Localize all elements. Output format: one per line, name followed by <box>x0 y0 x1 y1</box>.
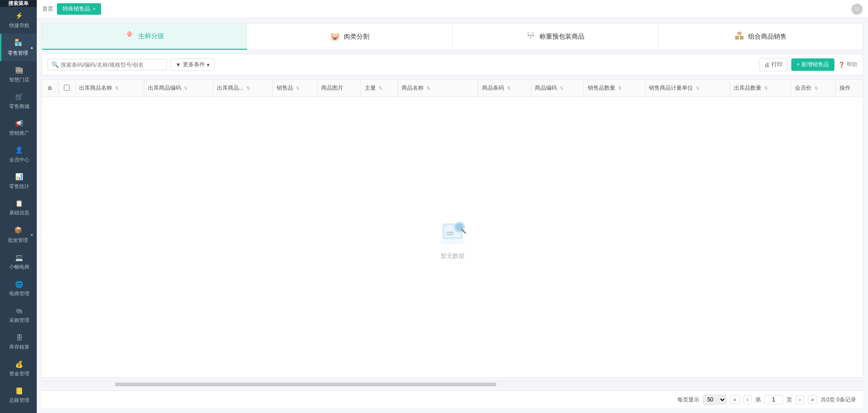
next-page-button[interactable]: › <box>796 395 804 404</box>
th-out-code-label: 出库商品编码 <box>148 84 181 92</box>
th-product-code[interactable]: 商品编码 ⇅ <box>531 80 584 97</box>
sidebar-label-member-center: 会员中心 <box>9 156 29 163</box>
sidebar-item-inventory[interactable]: 🗄 库存核算 <box>0 329 37 356</box>
prev-page-button[interactable]: ‹ <box>743 395 752 404</box>
th-barcode[interactable]: 商品条码 ⇅ <box>478 80 531 97</box>
toolbar-right: 🖨 打印 + 新增销售品 ❓ 帮助 <box>759 58 857 71</box>
svg-rect-10 <box>735 36 739 40</box>
page-size-select[interactable]: 50 10 20 100 <box>703 395 726 405</box>
sidebar-item-purchase-mgmt[interactable]: 🛍 采购管理 <box>0 302 37 329</box>
sort-arrows-member-price: ⇅ <box>814 86 818 91</box>
page-size-label: 每页显示 <box>677 396 699 404</box>
th-out-qty-label: 出库品数量 <box>734 84 761 92</box>
tab-close-button[interactable]: × <box>93 6 96 11</box>
sidebar-item-retail-stats[interactable]: 📊 零售统计 <box>0 168 37 195</box>
last-page-button[interactable]: » <box>808 395 817 404</box>
combo-sales-label: 组合商品销售 <box>748 33 787 41</box>
retail-mgmt-icon: 🏪 <box>14 38 22 47</box>
sidebar-label-retail-stats: 零售统计 <box>9 183 29 190</box>
th-main-weight-label: 主量 <box>365 84 376 92</box>
sidebar-item-invoice[interactable]: 🧾 发票管理 <box>0 409 37 413</box>
th-out-qty[interactable]: 出库品数量 ⇅ <box>730 80 791 97</box>
sidebar-item-ledger[interactable]: 📒 总账管理 <box>0 382 37 409</box>
page-suffix: 页 <box>787 396 792 404</box>
svg-rect-11 <box>740 36 743 40</box>
print-icon: 🖨 <box>764 62 770 68</box>
empty-text: 暂无数据 <box>441 252 465 260</box>
th-main-weight[interactable]: 主量 ⇅ <box>361 80 397 97</box>
sidebar-item-wholesale-mgmt[interactable]: 📦 批发管理 ▾ <box>0 221 37 249</box>
th-sale-unit[interactable]: 销售商品计量单位 ⇅ <box>645 80 730 97</box>
sidebar: 搜索菜单 ⚡ 快捷导航 🏪 零售管理 ▴ 🏬 智慧门店 🛒 零售商城 📢 营销推… <box>0 0 37 413</box>
sidebar-item-member-center[interactable]: 👤 会员中心 <box>0 141 37 168</box>
main-area: 首页 特殊销售品 × U 生鲜分级 <box>37 0 868 413</box>
filter-label: 更多条件 <box>183 61 205 69</box>
th-sale-item-label: 销售品 <box>277 84 293 92</box>
sidebar-item-sales-promo[interactable]: 📢 营销推广 <box>0 115 37 141</box>
active-tab[interactable]: 特殊销售品 × <box>57 3 101 15</box>
select-all-checkbox[interactable] <box>64 85 70 91</box>
sort-arrows-out-code: ⇅ <box>184 86 187 91</box>
search-box[interactable]: 🔍 <box>47 59 167 70</box>
weigh-pack-icon <box>526 30 536 43</box>
sidebar-item-retail-mgmt[interactable]: 🏪 零售管理 ▴ <box>0 34 37 61</box>
th-product-name[interactable]: 商品名称 ⇅ <box>398 80 478 97</box>
sidebar-label-wholesale-mgmt: 批发管理 <box>8 237 28 244</box>
th-member-price[interactable]: 会员价 ⇅ <box>791 80 836 97</box>
horizontal-scrollbar[interactable] <box>41 381 863 387</box>
sidebar-label-mini-ecom: 小畅电商 <box>9 264 29 270</box>
scroll-thumb[interactable] <box>115 383 496 386</box>
fresh-grade-icon <box>125 30 135 42</box>
cat-tab-weigh-pack[interactable]: 称重预包装商品 <box>453 23 658 50</box>
th-operation: 操作 <box>836 80 863 97</box>
sidebar-item-finance[interactable]: 💰 资金管理 <box>0 356 37 382</box>
th-settings[interactable]: ⚙ <box>42 80 58 97</box>
th-out-name[interactable]: 出库商品名称 ⇅ <box>75 80 144 97</box>
search-menu-label[interactable]: 搜索菜单 <box>8 0 28 7</box>
mini-ecom-icon: 💻 <box>15 253 23 263</box>
search-input[interactable] <box>61 62 163 68</box>
table-container: ⚙ 出库商品名称 ⇅ 出库商 <box>41 79 863 378</box>
sort-arrows-out-spec: ⇅ <box>246 86 250 91</box>
svg-point-13 <box>440 239 465 245</box>
new-button[interactable]: + 新增销售品 <box>791 58 834 71</box>
search-icon: 🔍 <box>51 61 59 68</box>
first-page-button[interactable]: « <box>730 395 740 404</box>
th-checkbox[interactable] <box>58 80 75 97</box>
sidebar-label-finance: 资金管理 <box>9 370 29 377</box>
toolbar: 🔍 ▼ 更多条件 ▾ 🖨 打印 + 新增销售品 ❓ 帮助 <box>41 54 863 75</box>
sidebar-item-quick-nav[interactable]: ⚡ 快捷导航 <box>0 7 37 34</box>
empty-icon <box>434 214 471 247</box>
cat-tab-fresh-grade[interactable]: 生鲜分级 <box>42 23 247 50</box>
user-avatar: U <box>851 4 862 15</box>
th-out-name-label: 出库商品名称 <box>79 84 112 92</box>
th-out-code[interactable]: 出库商品编码 ⇅ <box>144 80 213 97</box>
member-center-icon: 👤 <box>15 146 23 155</box>
cat-tab-combo-sales[interactable]: 组合商品销售 <box>658 23 863 50</box>
retail-stats-icon: 📊 <box>15 172 23 182</box>
sidebar-item-ecom-mgmt[interactable]: 🌐 电商管理 <box>0 275 37 302</box>
sidebar-item-smart-store[interactable]: 🏬 智慧门店 <box>0 61 37 88</box>
sidebar-label-ecom-mgmt: 电商管理 <box>9 290 29 297</box>
print-button[interactable]: 🖨 打印 <box>759 58 788 71</box>
breadcrumb[interactable]: 首页 <box>42 5 53 13</box>
fresh-grade-label: 生鲜分级 <box>138 32 164 40</box>
sidebar-item-basic-info[interactable]: 📋 基础信息 <box>0 195 37 221</box>
th-out-spec-label: 出库商品... <box>217 84 244 92</box>
cat-tab-meat-cut[interactable]: 🐷 肉类分割 <box>247 23 453 50</box>
th-sale-qty[interactable]: 销售品数量 ⇅ <box>584 80 645 97</box>
th-operation-label: 操作 <box>840 84 851 92</box>
total-text: 共0页 0条记录 <box>821 396 856 404</box>
th-out-spec[interactable]: 出库商品... ⇅ <box>213 80 272 97</box>
retail-mgmt-arrow: ▴ <box>31 45 33 51</box>
sidebar-label-retail-mall: 零售商城 <box>9 103 29 110</box>
th-sale-item[interactable]: 销售品 ⇅ <box>272 80 318 97</box>
sidebar-item-retail-mall[interactable]: 🛒 零售商城 <box>0 88 37 115</box>
weigh-pack-label: 称重预包装商品 <box>539 33 584 41</box>
page-number-input[interactable] <box>765 395 783 404</box>
th-product-img[interactable]: 商品图片 <box>318 80 361 97</box>
help-button[interactable]: ❓ 帮助 <box>838 61 857 69</box>
th-member-price-label: 会员价 <box>795 84 811 92</box>
sidebar-item-mini-ecom[interactable]: 💻 小畅电商 <box>0 249 37 275</box>
filter-button[interactable]: ▼ 更多条件 ▾ <box>170 58 215 71</box>
